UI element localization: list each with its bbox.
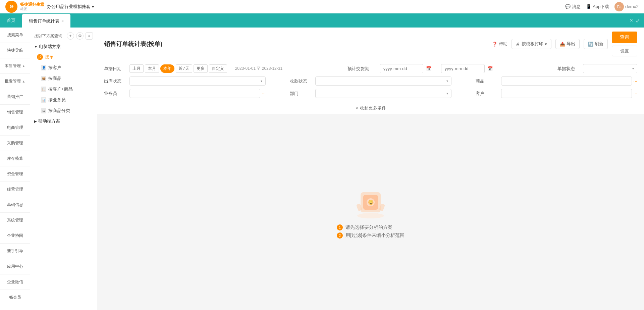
sidebar-item-basic[interactable]: 基础信息 <box>0 197 30 213</box>
tip-num-1: 1 <box>337 224 343 230</box>
print-btn[interactable]: 🖨 按模板打印 ▾ <box>512 39 551 49</box>
date-btn-custom[interactable]: 自定义 <box>209 64 227 73</box>
goods-ellipsis-btn[interactable]: ··· <box>633 79 637 84</box>
filter-row-date: 单据日期 上月 本月 本年 近7天 更多 自定义 2023-01-01 至 20… <box>104 64 637 73</box>
customer-label: 客户 <box>476 91 496 97</box>
tree-item-by-order[interactable]: 按 按单 <box>30 52 97 62</box>
svg-point-0 <box>357 213 384 218</box>
app-title: 畅捷通好生意 <box>20 2 44 7</box>
filter-row-status: 出库状态 ▾ 收款状态 ▾ 商品 ··· <box>104 76 637 86</box>
tab-sales-order-stats[interactable]: 销售订单统计表 × <box>22 14 70 28</box>
tip-text-1: 请先选择要分析的方案 <box>345 224 392 230</box>
add-scheme-btn[interactable]: + <box>67 32 74 40</box>
empty-state: 😊 1 请先选择要分析的方案 2 用[过滤]条件来缩小分析范围 <box>97 114 644 310</box>
delivery-date-start[interactable] <box>380 64 423 73</box>
query-btn[interactable]: 查询 <box>612 32 637 43</box>
date-btn-more[interactable]: 更多 <box>194 64 208 73</box>
account-selector[interactable]: 办公用品行业模拟账套 ▾ <box>47 4 94 10</box>
help-btn[interactable]: ❓ 帮助 <box>492 41 507 47</box>
tree-item-icon-gc: 🗂 <box>41 108 46 113</box>
tree-section-mobile[interactable]: ▶ 移动端方案 <box>30 116 97 126</box>
department-group: ▾ <box>315 89 451 98</box>
sidebar-item-enterprise[interactable]: 企业协同 <box>0 228 30 244</box>
refresh-btn[interactable]: 🔄 刷新 <box>584 39 608 49</box>
window-max-btn[interactable]: ⤢ <box>636 17 640 24</box>
sidebar-item-inventory[interactable]: 库存核算 <box>0 151 30 166</box>
date-btn-7days[interactable]: 近7天 <box>176 64 192 73</box>
settings-btn[interactable]: 设置 <box>612 46 637 56</box>
sidebar-item-quick-nav[interactable]: 快捷导航 <box>0 43 30 58</box>
shipment-group: ▾ <box>129 76 266 86</box>
export-btn[interactable]: 📤 导出 <box>555 39 580 49</box>
sidebar-item-ecommerce[interactable]: 电商管理 <box>0 120 30 136</box>
right-panel: 销售订单统计表(按单) ❓ 帮助 🖨 按模板打印 ▾ 📤 导出 <box>97 28 644 310</box>
salesperson-input[interactable] <box>129 89 260 98</box>
sidebar-item-wechat[interactable]: 企业微信 <box>0 274 30 290</box>
calendar-icon-end[interactable]: 📅 <box>487 66 493 71</box>
salesperson-ellipsis-btn[interactable]: ··· <box>262 91 266 96</box>
customer-ellipsis-btn[interactable]: ··· <box>633 91 637 96</box>
goods-input[interactable] <box>501 76 632 86</box>
filter-area: 单据日期 上月 本月 本年 近7天 更多 自定义 2023-01-01 至 20… <box>97 60 644 102</box>
date-btn-last-month[interactable]: 上月 <box>129 64 144 73</box>
tab-close-btn[interactable]: × <box>61 19 64 23</box>
shipment-select[interactable] <box>129 76 266 86</box>
sidebar-item-system[interactable]: 系统管理 <box>0 213 30 228</box>
tree-item-by-salesperson[interactable]: 📊 按业务员 <box>30 95 97 105</box>
setting-scheme-btn[interactable]: ⚙ <box>76 32 84 40</box>
sidebar-item-newbie[interactable]: 新手引导 <box>0 244 30 259</box>
delivery-date-end[interactable] <box>441 64 485 73</box>
logo: 好 <box>5 1 17 13</box>
doc-status-label: 单据状态 <box>557 66 578 72</box>
page-header: 销售订单统计表(按单) ❓ 帮助 🖨 按模板打印 ▾ 📤 导出 <box>97 28 644 60</box>
sidebar-item-member[interactable]: 畅会员 <box>0 290 30 305</box>
top-bar-left: 好 畅捷通好生意 标版 办公用品行业模拟账套 ▾ <box>5 1 94 13</box>
sidebar-item-operation[interactable]: 经营管理 <box>0 182 30 197</box>
date-range-display: 2023-01-01 至 2023-12-31 <box>235 66 282 71</box>
expected-delivery-group: 📅 — 📅 <box>380 64 493 73</box>
tab-home[interactable]: 首页 <box>0 13 22 28</box>
salesperson-label: 业务员 <box>104 91 124 97</box>
main-layout: 搜索菜单 快捷导航 零售管理 ▲ 批发管理 ▲ 营销推广 销售管理 电商管理 采… <box>0 28 644 310</box>
sidebar-item-wholesale[interactable]: 批发管理 ▲ <box>0 74 30 89</box>
page-title: 销售订单统计表(按单) <box>104 40 162 48</box>
sidebar-item-retail[interactable]: 零售管理 ▲ <box>0 58 30 74</box>
empty-tips: 1 请先选择要分析的方案 2 用[过滤]条件来缩小分析范围 <box>337 224 405 239</box>
customer-input[interactable] <box>501 89 632 98</box>
window-close-btn[interactable]: × <box>630 17 633 23</box>
tab-bar: 首页 销售订单统计表 × × ⤢ <box>0 13 644 28</box>
doc-status-select[interactable] <box>583 64 637 73</box>
sidebar-item-sales[interactable]: 销售管理 <box>0 105 30 120</box>
tree-item-icon-order: 按 <box>37 54 43 60</box>
tip-item-1: 1 请先选择要分析的方案 <box>337 224 405 230</box>
message-btn[interactable]: 💬 消息 <box>565 4 581 10</box>
empty-icon: 😊 <box>351 186 391 219</box>
sidebar-item-search-menu[interactable]: 搜索菜单 <box>0 28 30 43</box>
sidebar-item-marketing[interactable]: 营销推广 <box>0 89 30 105</box>
tree-item-by-goods-category[interactable]: 🗂 按商品分类 <box>30 105 97 116</box>
tip-item-2: 2 用[过滤]条件来缩小分析范围 <box>337 232 405 239</box>
app-subtitle: 标版 <box>20 7 44 11</box>
tree-item-icon-customer: 👤 <box>41 65 46 70</box>
collapse-panel-btn[interactable]: « <box>86 32 93 40</box>
collapse-more-btn[interactable]: ∧ 收起更多条件 <box>355 105 386 111</box>
panel-toolbar: 按以下方案查询 + ⚙ « <box>30 30 97 42</box>
payment-label: 收款状态 <box>290 78 310 84</box>
calendar-icon-start[interactable]: 📅 <box>426 66 431 71</box>
sidebar-item-finance[interactable]: 资金管理 <box>0 166 30 182</box>
tree-section-pc[interactable]: ▼ 电脑端方案 <box>30 42 97 52</box>
tree-item-by-goods[interactable]: 📦 按商品 <box>30 73 97 84</box>
sidebar-item-purchase[interactable]: 采购管理 <box>0 136 30 151</box>
date-btn-this-year[interactable]: 本年 <box>160 64 174 73</box>
app-download-btn[interactable]: 📱 App下载 <box>586 4 609 10</box>
tree-item-by-customer[interactable]: 👤 按客户 <box>30 62 97 73</box>
tree-item-icon-sale: 📊 <box>41 97 46 103</box>
user-menu[interactable]: Ea demo2 <box>614 2 639 11</box>
tree-item-by-customer-goods[interactable]: 📋 按客户+商品 <box>30 84 97 95</box>
tree-item-icon-goods: 📦 <box>41 76 46 81</box>
sidebar-item-app-center[interactable]: 应用中心 <box>0 259 30 274</box>
date-btn-this-month[interactable]: 本月 <box>145 64 159 73</box>
department-select[interactable] <box>315 89 451 98</box>
collapse-bar: ∧ 收起更多条件 <box>97 102 644 114</box>
payment-select[interactable] <box>315 76 451 86</box>
